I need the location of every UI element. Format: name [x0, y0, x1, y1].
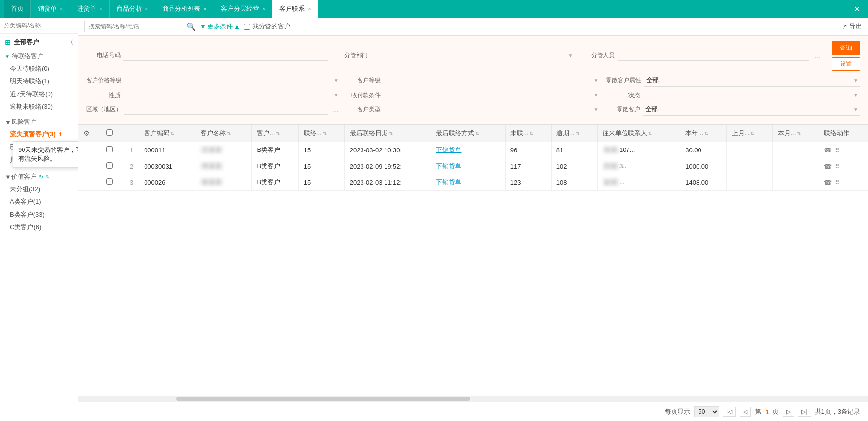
- my-customers-label: 我分管的客户: [252, 22, 290, 31]
- sidebar-item-today[interactable]: 今天待联络(0): [0, 62, 78, 75]
- more-icon[interactable]: ...: [812, 52, 822, 60]
- td-last-contact-method[interactable]: 下销货单: [431, 158, 505, 174]
- price-level-select[interactable]: ▼: [124, 76, 340, 85]
- th-overdue[interactable]: 逾期... ⇅: [551, 125, 597, 142]
- window-close-button[interactable]: ✕: [850, 4, 864, 14]
- lingsan-label: 零散客户属性: [606, 76, 641, 85]
- td-last-contact-method[interactable]: 下销货单: [431, 174, 505, 191]
- risk-customer-group[interactable]: ▼ 风险客户: [0, 115, 78, 128]
- row-checkbox[interactable]: [106, 162, 113, 169]
- more-action-icon[interactable]: ⠿: [835, 179, 840, 186]
- row-checkbox[interactable]: [106, 146, 113, 152]
- td-name: 王某某: [195, 142, 252, 158]
- td-expand: [78, 158, 101, 174]
- edit-icon[interactable]: ✎: [45, 174, 49, 180]
- my-customers-checkbox[interactable]: [244, 24, 250, 30]
- td-checkbox[interactable]: [101, 142, 124, 158]
- close-icon[interactable]: ×: [203, 6, 206, 12]
- more-action-icon[interactable]: ⠿: [835, 147, 840, 154]
- th-unit-contacts[interactable]: 往来单位联系人 ⇅: [597, 125, 680, 142]
- close-icon[interactable]: ×: [99, 6, 102, 12]
- first-page-button[interactable]: |◁: [723, 407, 736, 417]
- close-icon[interactable]: ×: [308, 6, 311, 12]
- per-page-select[interactable]: 50 100 200: [694, 406, 719, 417]
- nav-tab-customer-contact[interactable]: 客户联系 ×: [272, 0, 318, 18]
- sidebar-item-overdue[interactable]: 逾期未联络(30): [0, 100, 78, 113]
- close-icon[interactable]: ×: [262, 6, 265, 12]
- contact-method-link[interactable]: 下销货单: [436, 162, 461, 170]
- td-checkbox[interactable]: [101, 174, 124, 191]
- phone-action-icon[interactable]: ☎: [824, 163, 832, 170]
- th-last-contact-date[interactable]: 最后联络日期 ⇅: [344, 125, 431, 142]
- th-checkbox[interactable]: [101, 125, 124, 142]
- sidebar-search-input[interactable]: [4, 22, 77, 29]
- th-code[interactable]: 客户编码 ⇅: [139, 125, 195, 142]
- value-customer-group[interactable]: ▼ 价值客户 ↻ ✎: [0, 170, 78, 183]
- nav-tab-sales[interactable]: 销货单 ×: [31, 0, 70, 18]
- close-icon[interactable]: ×: [145, 6, 148, 12]
- td-last-contact-method[interactable]: 下销货单: [431, 142, 505, 158]
- sidebar-item-lost-warning[interactable]: 流失预警客户(3) ℹ: [0, 128, 78, 141]
- filter-search-button[interactable]: 🔍: [186, 22, 196, 31]
- th-this-year[interactable]: 本年... ⇅: [680, 125, 726, 142]
- sidebar-item-tomorrow[interactable]: 明天待联络(1): [0, 75, 78, 88]
- contact-method-link[interactable]: 下销货单: [436, 146, 461, 153]
- gender-select[interactable]: ▼: [123, 91, 340, 99]
- filter-search-input[interactable]: [84, 21, 182, 32]
- pending-contact-group[interactable]: ▼ 待联络客户: [0, 50, 78, 62]
- select-all-checkbox[interactable]: [106, 129, 113, 136]
- sidebar-item-7days[interactable]: 近7天待联络(0): [0, 88, 78, 100]
- td-checkbox[interactable]: [101, 158, 124, 174]
- all-customers-header[interactable]: ⊞ 全部客户 《: [0, 34, 78, 50]
- refresh-icon[interactable]: ↻: [39, 174, 43, 180]
- close-icon[interactable]: ×: [60, 6, 63, 12]
- filter-field-status: 状态 ▼: [606, 91, 860, 99]
- nav-tab-customer-segment[interactable]: 客户分层经营 ×: [214, 0, 272, 18]
- sidebar-item-class-b[interactable]: B类客户(33): [0, 208, 78, 221]
- filter-panel: 电话号码 分管部门 ▼ 分管人员 ... 查询 设置: [78, 36, 868, 125]
- status-select[interactable]: ▼: [643, 91, 860, 99]
- customer-level-select[interactable]: ▼: [384, 76, 601, 85]
- nav-tab-purchase[interactable]: 进货单 ×: [70, 0, 109, 18]
- payment-select[interactable]: ▼: [384, 91, 601, 99]
- collapse-icon[interactable]: 《: [68, 39, 73, 46]
- gear-icon[interactable]: ⚙: [83, 129, 90, 137]
- more-icon[interactable]: ...: [331, 106, 340, 114]
- lingsan2-select[interactable]: 全部 ▼: [643, 103, 860, 116]
- settings-button[interactable]: 设置: [832, 57, 860, 71]
- th-last-contact-method[interactable]: 最后联络方式 ⇅: [431, 125, 505, 142]
- more-action-icon[interactable]: ⠿: [835, 163, 840, 170]
- prev-page-button[interactable]: ◁: [740, 407, 751, 417]
- lingsan-select[interactable]: 全部 ▼: [644, 74, 860, 87]
- sidebar-item-class-a[interactable]: A类客户(1): [0, 196, 78, 208]
- row-checkbox[interactable]: [106, 178, 113, 185]
- sidebar-item-class-c[interactable]: C类客户(6): [0, 221, 78, 234]
- nav-tab-home[interactable]: 首页: [4, 0, 31, 18]
- my-customers-checkbox-label[interactable]: 我分管的客户: [244, 22, 290, 31]
- phone-action-icon[interactable]: ☎: [824, 147, 832, 154]
- th-this-month[interactable]: 本月... ⇅: [772, 125, 819, 142]
- th-name[interactable]: 客户名称 ⇅: [195, 125, 252, 142]
- contact-method-link[interactable]: 下销货单: [436, 178, 461, 186]
- manager-input[interactable]: [618, 50, 809, 61]
- more-conditions-button[interactable]: ▼ 更多条件 ▲: [200, 22, 240, 31]
- sidebar-item-unclassified[interactable]: 未分组(32): [0, 183, 78, 196]
- scrollbar-thumb[interactable]: [176, 397, 470, 401]
- phone-action-icon[interactable]: ☎: [824, 179, 832, 186]
- export-button[interactable]: ↗ 导出: [842, 22, 862, 31]
- phone-input[interactable]: [123, 50, 328, 61]
- th-no-contact-days[interactable]: 未联... ⇅: [505, 125, 551, 142]
- th-last-month[interactable]: 上月... ⇅: [726, 125, 772, 142]
- nav-tab-product-analysis[interactable]: 商品分析 ×: [110, 0, 155, 18]
- region-input[interactable]: [124, 104, 328, 115]
- next-page-button[interactable]: ▷: [783, 407, 794, 417]
- horizontal-scrollbar[interactable]: [78, 396, 868, 402]
- th-contact-count[interactable]: 联络... ⇅: [298, 125, 344, 142]
- th-type[interactable]: 客户... ⇅: [252, 125, 298, 142]
- th-gear[interactable]: ⚙: [78, 125, 101, 142]
- customer-type-select[interactable]: ▼: [384, 105, 601, 114]
- dept-select[interactable]: ▼: [371, 51, 575, 60]
- query-button[interactable]: 查询: [832, 41, 860, 55]
- last-page-button[interactable]: ▷|: [798, 407, 811, 417]
- nav-tab-product-list[interactable]: 商品分析列表 ×: [155, 0, 214, 18]
